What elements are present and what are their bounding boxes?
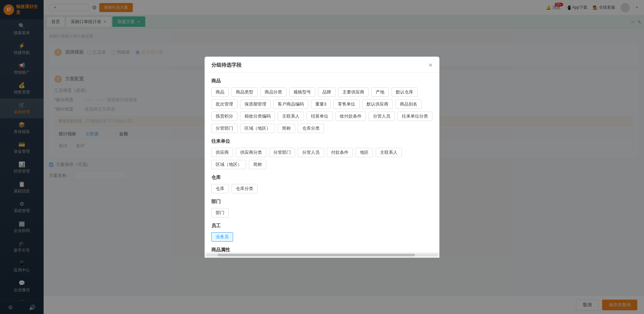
field-tag-customer-code[interactable]: 客户商品编码 bbox=[273, 100, 308, 109]
field-tag-brand[interactable]: 品牌 bbox=[318, 87, 335, 97]
modal-hscrollbar[interactable] bbox=[205, 252, 439, 257]
field-tag-supplier-category[interactable]: 供应商分类 bbox=[236, 148, 266, 157]
field-tag-dept2[interactable]: 分管部门 bbox=[269, 148, 295, 157]
field-tag-main-contact2[interactable]: 主联系人 bbox=[376, 148, 402, 157]
field-tag-pick-points[interactable]: 拣货积分 bbox=[211, 112, 237, 121]
field-tag-payment-terms[interactable]: 收付款条件 bbox=[335, 112, 366, 121]
field-section-product: 商品 商品 商品类型 商品分类 规格型号 品牌 主要供应商 产地 默认仓库 批次… bbox=[211, 78, 433, 133]
section-title-product-attr: 商品属性 bbox=[211, 247, 433, 253]
field-tag-warehouse-category[interactable]: 仓库分类 bbox=[298, 124, 324, 133]
field-section-department: 部门 部门 bbox=[211, 199, 433, 217]
field-tag-short-name[interactable]: 简称 bbox=[278, 124, 295, 133]
field-section-product-attr: 商品属性 属性 颜色 多规格 尺码 鞋码 1 bbox=[211, 247, 433, 253]
field-tag-region[interactable]: 区域（地区） bbox=[240, 124, 275, 133]
field-tag-main-supplier[interactable]: 主要供应商 bbox=[338, 87, 369, 97]
warehouse-field-tags: 仓库 仓库分类 bbox=[211, 184, 433, 193]
field-tag-retail-unit[interactable]: 零售单位 bbox=[333, 100, 360, 109]
field-tag-weight[interactable]: 重量3 bbox=[311, 100, 331, 109]
field-tag-product[interactable]: 商品 bbox=[211, 87, 229, 97]
field-tag-warehouse2[interactable]: 仓库 bbox=[211, 184, 229, 193]
field-section-warehouse: 仓库 仓库 仓库分类 bbox=[211, 175, 433, 193]
product-field-tags: 商品 商品类型 商品分类 规格型号 品牌 主要供应商 产地 默认仓库 批次管理 … bbox=[211, 87, 433, 133]
field-tag-warehouse-cat2[interactable]: 仓库分类 bbox=[231, 184, 258, 193]
field-tag-default-warehouse[interactable]: 默认仓库 bbox=[391, 87, 418, 97]
field-tag-main-contact[interactable]: 主联系人 bbox=[278, 112, 304, 121]
field-tag-sales-person[interactable]: 业务员 bbox=[211, 232, 233, 242]
counterparty-field-tags: 供应商 供应商分类 分管部门 分管人员 付款条件 地区 主联系人 区域（地区） … bbox=[211, 148, 433, 169]
field-tag-dept[interactable]: 分管部门 bbox=[211, 124, 237, 133]
field-tag-department[interactable]: 部门 bbox=[211, 208, 229, 217]
hscroll-thumb[interactable] bbox=[218, 254, 415, 256]
modal-header: 分组待选字段 ✕ bbox=[205, 57, 439, 73]
field-tag-origin[interactable]: 产地 bbox=[371, 87, 389, 97]
field-tag-batch-mgmt[interactable]: 批次管理 bbox=[211, 100, 237, 109]
section-title-department: 部门 bbox=[211, 199, 433, 205]
department-field-tags: 部门 bbox=[211, 208, 433, 217]
field-tag-supplier[interactable]: 供应商 bbox=[211, 148, 233, 157]
field-tag-product-category[interactable]: 商品分类 bbox=[260, 87, 286, 97]
section-title-product: 商品 bbox=[211, 78, 433, 84]
field-tag-short-name2[interactable]: 简称 bbox=[249, 160, 266, 169]
field-tag-supervisor[interactable]: 分管人员 bbox=[369, 112, 395, 121]
section-title-warehouse: 仓库 bbox=[211, 175, 433, 181]
field-tag-shelf-life[interactable]: 保质期管理 bbox=[240, 100, 271, 109]
field-tag-partner-category[interactable]: 往来单位分类 bbox=[397, 112, 432, 121]
field-section-employee: 员工 业务员 bbox=[211, 223, 433, 242]
modal-body: 商品 商品 商品类型 商品分类 规格型号 品牌 主要供应商 产地 默认仓库 批次… bbox=[205, 73, 439, 253]
field-tag-product-type[interactable]: 商品类型 bbox=[231, 87, 258, 97]
field-tag-settlement-unit[interactable]: 结算单位 bbox=[307, 112, 333, 121]
field-tag-product-alias[interactable]: 商品别名 bbox=[395, 100, 422, 109]
field-section-counterparty: 往来单位 供应商 供应商分类 分管部门 分管人员 付款条件 地区 主联系人 区域… bbox=[211, 138, 433, 169]
section-title-employee: 员工 bbox=[211, 223, 433, 229]
field-tag-payment-terms2[interactable]: 付款条件 bbox=[327, 148, 353, 157]
field-tag-supervisor2[interactable]: 分管人员 bbox=[298, 148, 324, 157]
field-tag-region2[interactable]: 区域（地区） bbox=[211, 160, 246, 169]
modal-overlay: 分组待选字段 ✕ 商品 商品 商品类型 商品分类 规格型号 品牌 主要供应商 产… bbox=[0, 0, 644, 314]
employee-field-tags: 业务员 bbox=[211, 232, 433, 242]
section-title-counterparty: 往来单位 bbox=[211, 138, 433, 144]
field-tag-tax-code[interactable]: 税收分类编码 bbox=[240, 112, 275, 121]
modal-title: 分组待选字段 bbox=[211, 62, 241, 68]
field-tag-spec-model[interactable]: 规格型号 bbox=[289, 87, 315, 97]
field-selection-modal: 分组待选字段 ✕ 商品 商品 商品类型 商品分类 规格型号 品牌 主要供应商 产… bbox=[205, 57, 439, 258]
field-tag-district[interactable]: 地区 bbox=[356, 148, 373, 157]
modal-close-button[interactable]: ✕ bbox=[428, 62, 433, 68]
field-tag-default-supplier[interactable]: 默认供应商 bbox=[362, 100, 393, 109]
